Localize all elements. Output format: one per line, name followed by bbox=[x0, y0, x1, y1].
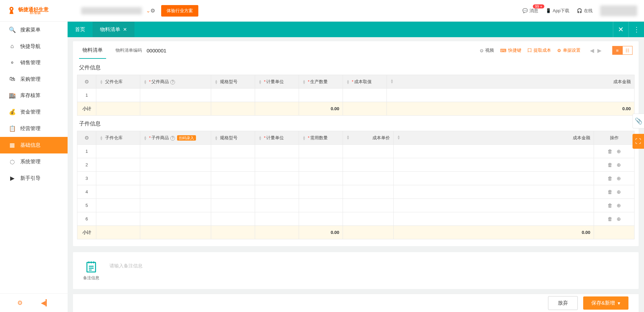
cell-spec[interactable] bbox=[211, 89, 255, 102]
cell-need-qty[interactable] bbox=[299, 199, 343, 212]
cell-cost-amount[interactable] bbox=[394, 212, 594, 226]
delete-row-icon[interactable]: 🗑 bbox=[608, 216, 613, 222]
cell-unit[interactable] bbox=[255, 89, 299, 102]
close-all-tabs-icon[interactable]: ✕ bbox=[613, 22, 628, 37]
child-col-unit[interactable]: ▲▼*计量单位 bbox=[255, 131, 299, 145]
child-row[interactable]: 6🗑⊕ bbox=[77, 212, 635, 226]
cell-cost-amount[interactable] bbox=[394, 145, 594, 158]
child-col-need-qty[interactable]: ▲▼*需用数量 bbox=[299, 131, 343, 145]
cell-unit[interactable] bbox=[255, 172, 299, 185]
sidebar-item-purchase[interactable]: 🛍采购管理 bbox=[0, 71, 68, 87]
cell-spec[interactable] bbox=[211, 212, 255, 226]
parent-col-cost-amount[interactable]: ▲▼成本金额 bbox=[387, 75, 635, 89]
child-col-unit-cost[interactable]: ▲▼成本单价 bbox=[343, 131, 394, 145]
cell-unit-cost[interactable] bbox=[343, 199, 394, 212]
parent-col-warehouse[interactable]: ▲▼父件仓库 bbox=[96, 75, 140, 89]
sidebar-item-guide[interactable]: ▶新手引导 bbox=[0, 170, 68, 187]
view-tree-button[interactable]: ☷ bbox=[622, 46, 633, 55]
child-table-scrollbar[interactable] bbox=[77, 239, 635, 243]
next-record-icon[interactable]: ▶ bbox=[597, 47, 601, 54]
prev-record-icon[interactable]: ◀ bbox=[590, 47, 594, 54]
save-and-new-button[interactable]: 保存&新增 ▾ bbox=[583, 296, 628, 310]
sidebar-item-inventory[interactable]: 🏬库存核算 bbox=[0, 87, 68, 104]
experience-industry-button[interactable]: 体验行业方案 bbox=[161, 5, 198, 17]
child-col-spec[interactable]: ▲▼规格型号 bbox=[211, 131, 255, 145]
attachment-floating-button[interactable]: 📎 bbox=[633, 114, 644, 128]
child-col-product[interactable]: ▲▼*子件商品?扫码录入 bbox=[140, 131, 211, 145]
cell-need-qty[interactable] bbox=[299, 145, 343, 158]
sidebar-item-basic-info[interactable]: ▦基础信息 bbox=[0, 137, 68, 153]
cell-qty[interactable] bbox=[299, 89, 343, 102]
parent-col-cost-method[interactable]: ▲▼*成本取值 bbox=[343, 75, 387, 89]
cell-unit-cost[interactable] bbox=[343, 212, 394, 226]
cell-cost-amount[interactable] bbox=[394, 199, 594, 212]
cell-cost-amount[interactable] bbox=[387, 89, 635, 102]
add-row-icon[interactable]: ⊕ bbox=[617, 189, 621, 195]
cell-spec[interactable] bbox=[211, 185, 255, 199]
child-row[interactable]: 4🗑⊕ bbox=[77, 185, 635, 199]
cell-warehouse[interactable] bbox=[96, 172, 140, 185]
shortcut-button[interactable]: ⌨快捷键 bbox=[500, 47, 521, 53]
add-row-icon[interactable]: ⊕ bbox=[617, 216, 621, 222]
cell-spec[interactable] bbox=[211, 199, 255, 212]
discard-button[interactable]: 放弃 bbox=[548, 296, 578, 310]
cell-product[interactable] bbox=[140, 199, 211, 212]
cell-spec[interactable] bbox=[211, 172, 255, 185]
sidebar-item-sales[interactable]: ⚬销售管理 bbox=[0, 54, 68, 71]
sidebar-item-quicknav[interactable]: ⌂快捷导航 bbox=[0, 38, 68, 54]
cell-unit-cost[interactable] bbox=[343, 185, 394, 199]
cell-unit[interactable] bbox=[255, 212, 299, 226]
sidebar-collapse-icon[interactable]: ◀▎ bbox=[41, 299, 50, 307]
delete-row-icon[interactable]: 🗑 bbox=[608, 202, 613, 208]
cell-warehouse[interactable] bbox=[96, 145, 140, 158]
add-row-icon[interactable]: ⊕ bbox=[617, 148, 621, 154]
child-col-gear[interactable]: ⚙ bbox=[77, 131, 96, 145]
cell-warehouse[interactable] bbox=[96, 212, 140, 226]
delete-row-icon[interactable]: 🗑 bbox=[608, 162, 613, 168]
cell-warehouse[interactable] bbox=[96, 185, 140, 199]
cell-need-qty[interactable] bbox=[299, 185, 343, 199]
cell-warehouse[interactable] bbox=[96, 158, 140, 172]
page-header-tab[interactable]: 物料清单 bbox=[79, 42, 106, 59]
cell-unit-cost[interactable] bbox=[343, 172, 394, 185]
online-support-button[interactable]: 🎧 在线 bbox=[577, 8, 593, 14]
cell-unit[interactable] bbox=[255, 145, 299, 158]
cell-cost-amount[interactable] bbox=[394, 158, 594, 172]
sidebar-item-system[interactable]: ◌系统管理 bbox=[0, 153, 68, 170]
child-row[interactable]: 2🗑⊕ bbox=[77, 158, 635, 172]
parent-col-product[interactable]: ▲▼*父件商品? bbox=[140, 75, 211, 89]
cell-product[interactable] bbox=[140, 158, 211, 172]
delete-row-icon[interactable]: 🗑 bbox=[608, 175, 613, 181]
view-detail-button[interactable]: ≡ bbox=[612, 46, 622, 55]
help-icon[interactable]: ? bbox=[170, 136, 175, 141]
cell-cost-amount[interactable] bbox=[394, 185, 594, 199]
add-row-icon[interactable]: ⊕ bbox=[617, 175, 621, 181]
fullscreen-floating-button[interactable]: ⛶ bbox=[633, 134, 644, 149]
cell-product[interactable] bbox=[140, 89, 211, 102]
cell-need-qty[interactable] bbox=[299, 158, 343, 172]
cell-product[interactable] bbox=[140, 185, 211, 199]
org-settings-gear-icon[interactable]: ⚙ bbox=[150, 7, 155, 14]
cell-product[interactable] bbox=[140, 172, 211, 185]
cell-unit[interactable] bbox=[255, 199, 299, 212]
cell-spec[interactable] bbox=[211, 158, 255, 172]
cell-product[interactable] bbox=[140, 145, 211, 158]
add-row-icon[interactable]: ⊕ bbox=[617, 162, 621, 168]
child-row[interactable]: 1🗑⊕ bbox=[77, 145, 635, 158]
cell-warehouse[interactable] bbox=[96, 89, 140, 102]
cell-cost-method[interactable] bbox=[343, 89, 387, 102]
child-row[interactable]: 3🗑⊕ bbox=[77, 172, 635, 185]
app-download-button[interactable]: 📱 App下载 bbox=[546, 8, 569, 14]
cell-product[interactable] bbox=[140, 212, 211, 226]
tab-home[interactable]: 首页 bbox=[68, 22, 93, 37]
cell-spec[interactable] bbox=[211, 145, 255, 158]
cell-unit-cost[interactable] bbox=[343, 158, 394, 172]
cell-cost-amount[interactable] bbox=[394, 172, 594, 185]
delete-row-icon[interactable]: 🗑 bbox=[608, 189, 613, 195]
sidebar-item-funds[interactable]: 💰资金管理 bbox=[0, 104, 68, 120]
scan-input-tag[interactable]: 扫码录入 bbox=[177, 135, 196, 141]
cell-unit[interactable] bbox=[255, 158, 299, 172]
user-avatar-area[interactable] bbox=[600, 5, 637, 16]
help-icon[interactable]: ? bbox=[170, 80, 175, 85]
remarks-input[interactable] bbox=[109, 260, 628, 271]
